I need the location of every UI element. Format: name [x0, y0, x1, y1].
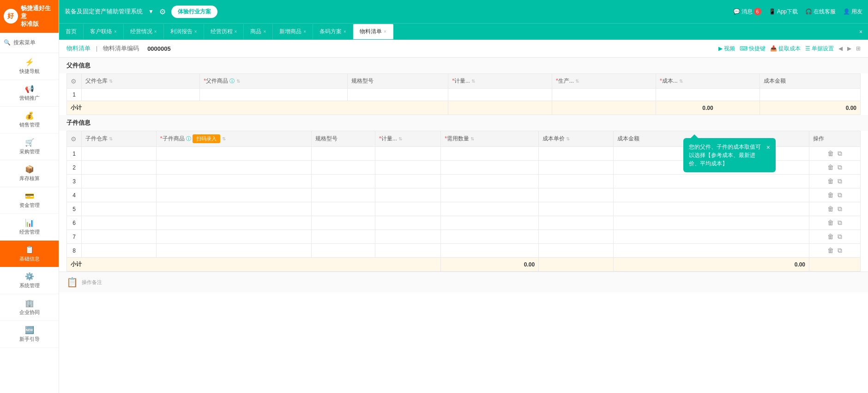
online-service-button[interactable]: 🎧 在线客服 — [805, 8, 836, 16]
child-unit-cell[interactable] — [375, 202, 441, 216]
parent-settings-icon[interactable]: ⚙ — [71, 78, 77, 85]
nav-tab-barcode[interactable]: 条码方案 × — [313, 24, 353, 39]
child-qty-cell[interactable] — [441, 230, 539, 244]
child-unit-cell[interactable] — [375, 147, 441, 161]
child-cost-amount-cell[interactable] — [613, 175, 809, 188]
child-unit-cost-cell[interactable] — [539, 161, 614, 175]
child-unit-cell[interactable] — [375, 161, 441, 175]
child-product-cell[interactable] — [156, 147, 311, 161]
sidebar-item-enterprise[interactable]: 🏢企业协同 — [0, 294, 59, 321]
copy-icon[interactable]: ⧉ — [838, 205, 842, 212]
search-button[interactable]: 🔍 搜索菜单 — [4, 36, 55, 49]
nav-right-icon[interactable]: ▶ — [847, 45, 851, 52]
child-qty-cell[interactable] — [441, 161, 539, 175]
nav-tab-operations-status[interactable]: 经营情况 × — [124, 24, 164, 39]
child-unit-cell[interactable] — [375, 188, 441, 202]
delete-icon[interactable]: 🗑 — [827, 191, 834, 199]
parent-warehouse-cell[interactable] — [82, 89, 200, 101]
sidebar-item-quick-nav[interactable]: ⚡快捷导航 — [0, 53, 59, 80]
system-dropdown-icon[interactable]: ▼ — [148, 8, 154, 15]
shortcut-button[interactable]: ⌨ 快捷键 — [740, 45, 766, 53]
child-cost-amount-cell[interactable] — [613, 216, 809, 230]
parent-cost-cell[interactable] — [656, 89, 760, 101]
sidebar-item-purchase[interactable]: 🛒采购管理 — [0, 133, 59, 160]
close-all-tabs-button[interactable]: × — [854, 25, 868, 39]
child-spec-cell[interactable] — [312, 161, 375, 175]
child-warehouse-cell[interactable] — [82, 161, 157, 175]
nav-tab-products[interactable]: 商品 × — [244, 24, 273, 39]
child-cost-amount-cell[interactable] — [613, 230, 809, 244]
child-cost-amount-cell[interactable] — [613, 244, 809, 258]
delete-icon[interactable]: 🗑 — [827, 233, 834, 240]
child-unit-cost-cell[interactable] — [539, 216, 614, 230]
child-qty-cell[interactable] — [441, 202, 539, 216]
child-warehouse-cell[interactable] — [82, 188, 157, 202]
sidebar-item-inventory[interactable]: 📦库存核算 — [0, 160, 59, 187]
sidebar-item-guide[interactable]: 🆕新手引导 — [0, 321, 59, 348]
copy-icon[interactable]: ⧉ — [838, 233, 842, 240]
app-download-button[interactable]: 📱 App下载 — [769, 8, 798, 16]
user-menu[interactable]: 👤 用友 — [843, 8, 862, 16]
child-unit-cost-cell[interactable] — [539, 202, 614, 216]
child-spec-cell[interactable] — [312, 147, 375, 161]
tab-close-products[interactable]: × — [263, 29, 266, 34]
tooltip-close-button[interactable]: × — [766, 143, 770, 152]
tab-close-profit[interactable]: × — [194, 29, 197, 34]
child-product-cell[interactable] — [156, 175, 311, 188]
nav-tab-bom[interactable]: 物料清单 × — [353, 24, 393, 39]
child-unit-cost-cell[interactable] — [539, 244, 614, 258]
fullscreen-icon[interactable]: ⊞ — [856, 45, 861, 52]
copy-icon[interactable]: ⧉ — [838, 150, 842, 157]
child-product-cell[interactable] — [156, 188, 311, 202]
sidebar-search[interactable]: 🔍 搜索菜单 — [0, 33, 59, 53]
message-button[interactable]: 💬 消息 6 — [733, 8, 761, 16]
child-cost-amount-cell[interactable] — [613, 188, 809, 202]
child-unit-cell[interactable] — [375, 216, 441, 230]
copy-icon[interactable]: ⧉ — [838, 177, 842, 185]
sidebar-item-operations[interactable]: 📊经营管理 — [0, 214, 59, 241]
child-qty-cell[interactable] — [441, 188, 539, 202]
view-video-button[interactable]: ▶ 视频 — [718, 45, 735, 53]
copy-icon[interactable]: ⧉ — [838, 247, 842, 254]
child-product-cell[interactable] — [156, 161, 311, 175]
breadcrumb-bom[interactable]: 物料清单 — [66, 44, 90, 53]
copy-icon[interactable]: ⧉ — [838, 191, 842, 199]
sidebar-item-sales[interactable]: 💰销售管理 — [0, 107, 59, 133]
child-warehouse-cell[interactable] — [82, 175, 157, 188]
child-product-cell[interactable] — [156, 230, 311, 244]
child-unit-cost-cell[interactable] — [539, 175, 614, 188]
tab-close-bom[interactable]: × — [384, 29, 386, 34]
delete-icon[interactable]: 🗑 — [827, 247, 834, 254]
nav-tab-history[interactable]: 经营历程 × — [204, 24, 244, 39]
child-product-cell[interactable] — [156, 202, 311, 216]
child-warehouse-cell[interactable] — [82, 230, 157, 244]
child-unit-cell[interactable] — [375, 244, 441, 258]
tab-close-new-product[interactable]: × — [303, 29, 306, 34]
tab-close-operations-status[interactable]: × — [154, 29, 157, 34]
tab-close-barcode[interactable]: × — [344, 29, 346, 34]
parent-product-cell[interactable] — [200, 89, 348, 101]
sidebar-item-system[interactable]: ⚙️系统管理 — [0, 267, 59, 294]
child-spec-cell[interactable] — [312, 230, 375, 244]
child-cost-amount-cell[interactable] — [613, 202, 809, 216]
nav-tab-new-product[interactable]: 新增商品 × — [273, 24, 313, 39]
child-spec-cell[interactable] — [312, 202, 375, 216]
delete-icon[interactable]: 🗑 — [827, 219, 834, 226]
child-unit-cost-cell[interactable] — [539, 147, 614, 161]
tab-close-customers[interactable]: × — [114, 29, 117, 34]
tab-close-history[interactable]: × — [235, 29, 237, 34]
child-warehouse-cell[interactable] — [82, 216, 157, 230]
parent-unit-cell[interactable] — [448, 89, 552, 101]
delete-icon[interactable]: 🗑 — [827, 150, 834, 157]
delete-icon[interactable]: 🗑 — [827, 177, 834, 185]
sidebar-item-finance[interactable]: 💳资金管理 — [0, 187, 59, 214]
parent-production-cell[interactable] — [552, 89, 656, 101]
child-warehouse-cell[interactable] — [82, 202, 157, 216]
sidebar-item-marketing[interactable]: 📢营销推广 — [0, 80, 59, 107]
extract-cost-button[interactable]: 📥 提取成本 — [770, 45, 801, 53]
child-warehouse-cell[interactable] — [82, 244, 157, 258]
nav-tab-customers[interactable]: 客户联络 × — [84, 24, 124, 39]
child-warehouse-cell[interactable] — [82, 147, 157, 161]
copy-icon[interactable]: ⧉ — [838, 219, 842, 226]
nav-tab-home[interactable]: 首页 — [59, 24, 84, 39]
